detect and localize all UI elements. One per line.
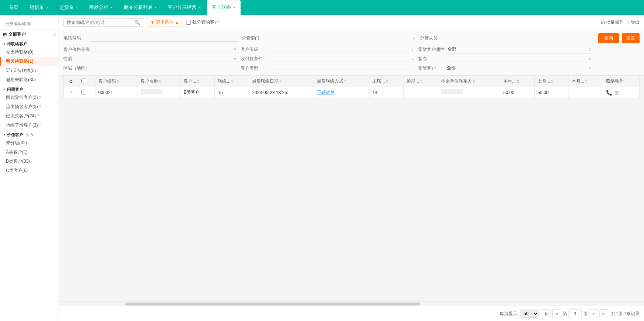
sort-last-date-icon: ⇅ — [279, 80, 282, 83]
nav-customer-contact[interactable]: 客户联络 × — [207, 0, 241, 15]
phone-action-icon[interactable]: 📞 — [606, 90, 612, 96]
th-unit-contact[interactable]: 往来单位联系人⇅ — [438, 76, 500, 87]
th-last-contact-date[interactable]: 最后联络日期⇅ — [249, 76, 314, 87]
sidebar-item-overdue-contact[interactable]: 逾期未联络(30) — [0, 75, 59, 84]
retail-attr-chevron-icon: ∨ — [588, 47, 591, 51]
refresh-icon[interactable]: ↻ — [26, 133, 29, 137]
phone-input[interactable] — [91, 35, 239, 42]
payment-label: 收付款条件 — [241, 56, 266, 62]
th-last-month[interactable]: 上月...⇅ — [534, 76, 568, 87]
sidebar-item-a-customers[interactable]: A类客户(1) — [0, 148, 59, 157]
filter-icon: ▼ — [150, 20, 155, 25]
retail-customer-select[interactable]: 全部 ∨ — [445, 64, 592, 72]
close-purchase-order[interactable]: × — [76, 6, 78, 10]
payment-select[interactable]: ∨ — [268, 56, 415, 62]
close-sales-order[interactable]: × — [46, 6, 48, 10]
search-icon[interactable]: 🔍 — [134, 20, 140, 25]
customer-type-select[interactable] — [268, 68, 415, 69]
page-number-input[interactable] — [568, 309, 582, 318]
sidebar-item-b-customers[interactable]: B类客户(33) — [0, 157, 59, 166]
th-this-month[interactable]: 本月...⇅ — [568, 76, 603, 87]
horizontal-scrollbar[interactable] — [59, 301, 644, 306]
region-select[interactable]: ··· — [91, 65, 238, 71]
filter-person: 分管人员 ··· — [420, 35, 595, 41]
nav-purchase-order[interactable]: 进货单 × — [54, 0, 83, 15]
retail-attr-label: 零散客户属性 — [418, 46, 445, 53]
retail-attr-select[interactable]: 全部 ∨ — [446, 45, 592, 54]
sidebar-item-abnormal-repurchase[interactable]: 回购异常客户(2) ? — [0, 93, 59, 102]
close-customer-contact[interactable]: × — [233, 6, 235, 10]
nav-product-analysis[interactable]: 商品分析 × — [84, 0, 118, 15]
help-icon-3[interactable]: ? — [39, 123, 41, 127]
sidebar-item-churned[interactable]: 已流失客户(24) ? — [0, 111, 59, 121]
sidebar-item-7days-contact[interactable]: 近7天待联络(0) — [0, 66, 59, 75]
sidebar-item-declining[interactable]: 持续下滑客户(2) ? — [0, 121, 59, 130]
sidebar-item-ungrouped[interactable]: 未分组(32) — [0, 138, 59, 148]
th-last-contact-method[interactable]: 最后联络方式⇅ — [314, 76, 369, 87]
nav-sales-order[interactable]: 销货单 × — [24, 0, 53, 15]
setting-button[interactable]: 设置 — [622, 33, 640, 43]
collapse-icon: « — [53, 32, 56, 37]
grid-action-icon[interactable]: ⊞ — [615, 90, 619, 96]
close-customer-layered[interactable]: × — [199, 6, 201, 10]
th-this-year[interactable]: 本年...⇅ — [500, 76, 534, 87]
help-icon-0[interactable]: ? — [39, 96, 41, 100]
batch-operation-button[interactable]: ☑ 批量操作 — [601, 19, 624, 25]
search-input[interactable] — [67, 20, 133, 25]
edit-icon[interactable]: ✎ — [31, 133, 34, 137]
filter-row-4: 区域（地区） ··· 客户类型 零散客户 全部 ∨ — [63, 64, 640, 72]
sidebar-item-tomorrow-contact[interactable]: 明天待联络(1) — [0, 57, 59, 66]
filter-row-2: 客户价格等级 ∨ 客户等级 ∨ 零散客户属性 全部 — [63, 45, 640, 54]
td-last-contact-method: 下销货单 — [314, 87, 369, 98]
th-contact-count[interactable]: 联络...⇅ — [215, 76, 249, 87]
person-select[interactable]: ··· — [447, 35, 595, 41]
sort-contact-count-icon: ⇅ — [231, 80, 234, 83]
retail-customer-chevron-icon: ∨ — [588, 66, 591, 70]
sort-this-month-icon: ⇅ — [585, 80, 588, 83]
my-customers-checkbox-label[interactable]: 我分管的客户 — [186, 19, 219, 25]
th-overdue[interactable]: 逾期...⇅ — [403, 76, 438, 87]
prev-page-button[interactable]: < — [552, 309, 561, 318]
status-select[interactable]: ∨ — [445, 56, 592, 62]
th-type[interactable]: 客户...⇅ — [181, 76, 215, 87]
more-filter-button[interactable]: ▼ 更多条件 ▲ — [147, 18, 182, 27]
settings-icon[interactable]: ⚙ — [69, 79, 73, 84]
th-name[interactable]: 客户名称⇅ — [137, 76, 181, 87]
row-checkbox[interactable] — [81, 90, 86, 94]
td-checkbox — [78, 87, 95, 98]
nature-select[interactable]: ∨ — [91, 56, 238, 62]
filter-row-3: 性质 ∨ 收付款条件 ∨ 状态 — [63, 56, 640, 62]
scrollbar-thumb[interactable] — [125, 303, 420, 306]
per-page-select[interactable]: 50 100 — [520, 310, 539, 318]
last-page-button[interactable]: >| — [599, 309, 608, 318]
nav-customer-layered[interactable]: 客户分层经营 × — [162, 0, 206, 15]
person-label: 分管人员 — [420, 35, 446, 41]
nav-product-analysis-list[interactable]: 商品分析列表 × — [119, 0, 162, 15]
sidebar-search-input[interactable] — [3, 20, 59, 27]
first-page-button[interactable]: |< — [542, 309, 551, 318]
select-all-checkbox[interactable] — [81, 79, 86, 83]
sidebar-item-today-contact[interactable]: 今天待联络(0) — [0, 48, 59, 57]
price-level-chevron-icon: ∨ — [234, 47, 236, 51]
query-button[interactable]: 查询 — [598, 33, 619, 43]
sidebar-group-problem: 问题客户 — [0, 84, 59, 93]
last-contact-method-link[interactable]: 下销货单 — [317, 90, 335, 95]
price-level-select[interactable]: ∨ — [91, 46, 238, 52]
sidebar-item-c-customers[interactable]: C类客户(6) — [0, 166, 59, 175]
nav-home[interactable]: 首页 — [4, 0, 24, 15]
sidebar-all-customers[interactable]: ⊞ 全部客户 « — [0, 30, 59, 39]
close-product-analysis-list[interactable]: × — [155, 6, 157, 10]
dept-select[interactable]: ∨ — [269, 35, 417, 41]
help-icon-2[interactable]: ? — [37, 114, 39, 118]
sidebar-item-churn-warning[interactable]: 流失预警客户(3) ? — [0, 102, 59, 111]
th-uncontacted[interactable]: 未联...⇅ — [369, 76, 403, 87]
close-product-analysis[interactable]: × — [111, 6, 113, 10]
customer-level-select[interactable]: ∨ — [268, 46, 415, 52]
help-icon-1[interactable]: ? — [39, 105, 41, 109]
filter-region: 区域（地区） ··· — [63, 65, 238, 72]
th-code[interactable]: 客户编码⇅ — [95, 76, 137, 87]
next-page-button[interactable]: > — [589, 309, 598, 318]
th-settings[interactable]: ⚙ — [64, 76, 78, 87]
export-button[interactable]: ↑ 导出 — [627, 19, 640, 25]
my-customers-checkbox[interactable] — [186, 20, 191, 25]
